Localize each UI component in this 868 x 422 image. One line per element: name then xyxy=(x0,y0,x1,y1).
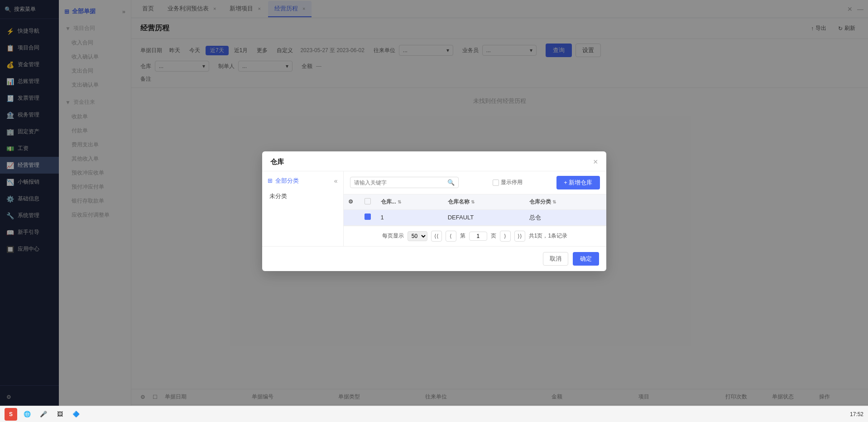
dialog-left-panel: ⊞ 全部分类 « 未分类 xyxy=(262,171,344,246)
taskbar-right: 17:52 xyxy=(850,411,863,417)
dialog-pagination: 每页显示 50 ⟨⟨ ⟨ 第 页 ⟩ ⟩⟩ 共1页，1条记录 xyxy=(344,226,606,246)
row-code: DEFAULT xyxy=(443,209,525,225)
dialog-toolbar: 🔍 显示停用 + 新增仓库 xyxy=(344,171,606,194)
row-settings xyxy=(344,209,360,225)
cancel-button[interactable]: 取消 xyxy=(543,252,568,266)
dialog-search-input[interactable] xyxy=(354,179,445,186)
dialog-left-scroll: 未分类 xyxy=(262,189,343,241)
pagination-last-btn[interactable]: ⟩⟩ xyxy=(514,231,525,242)
taskbar-time: 17:52 xyxy=(850,411,863,417)
sort-icon-category: ⇅ xyxy=(552,199,556,204)
row-checkbox-input[interactable] xyxy=(364,213,371,220)
th-settings: ⚙ xyxy=(344,194,360,210)
taskbar-icon-1[interactable]: 🌐 xyxy=(21,408,34,421)
pagination-prev-btn[interactable]: ⟨ xyxy=(446,231,456,242)
taskbar: S 🌐 🎤 🖼 🔷 17:52 xyxy=(0,406,868,422)
taskbar-icon-4[interactable]: 🔷 xyxy=(70,408,82,421)
pagination-page-input[interactable] xyxy=(469,232,487,241)
dialog-right-panel: 🔍 显示停用 + 新增仓库 ⚙ xyxy=(344,171,606,246)
dialog-body: ⊞ 全部分类 « 未分类 🔍 xyxy=(262,171,606,246)
th-category[interactable]: 仓库分类 ⇅ xyxy=(525,194,606,210)
dialog-all-categories[interactable]: 全部分类 xyxy=(275,177,299,185)
dialog-table: ⚙ 仓库... ⇅ 仓库名称 xyxy=(344,194,606,226)
row-checkbox xyxy=(360,209,376,225)
row-id: 1 xyxy=(376,209,443,225)
th-code[interactable]: 仓库... ⇅ xyxy=(376,194,443,210)
pagination-per-page-label: 每页显示 xyxy=(382,232,404,240)
dialog-left-toggle[interactable]: « xyxy=(334,177,338,184)
sort-icon-name: ⇅ xyxy=(471,199,475,204)
taskbar-app-icon[interactable]: S xyxy=(5,408,17,421)
th-name[interactable]: 仓库名称 ⇅ xyxy=(443,194,525,210)
dialog-category-unclassified[interactable]: 未分类 xyxy=(262,189,343,204)
pagination-per-page-select[interactable]: 50 xyxy=(408,231,427,241)
pagination-jump-label: 第 xyxy=(460,232,465,240)
table-row[interactable]: 1 DEFAULT 总仓 xyxy=(344,209,606,225)
dialog-title: 仓库 xyxy=(270,158,284,166)
confirm-button[interactable]: 确定 xyxy=(573,252,599,266)
taskbar-icon-2[interactable]: 🎤 xyxy=(37,408,50,421)
dialog-left-header: ⊞ 全部分类 « xyxy=(262,177,343,189)
dialog-table-scroll: ⚙ 仓库... ⇅ 仓库名称 xyxy=(344,194,606,226)
dialog-search-icon: 🔍 xyxy=(447,179,455,186)
pagination-total: 共1页，1条记录 xyxy=(529,232,567,240)
dialog-close-button[interactable]: × xyxy=(593,158,598,166)
dialog-footer: 取消 确定 xyxy=(262,246,606,271)
pagination-next-btn[interactable]: ⟩ xyxy=(500,231,511,242)
dialog-header: 仓库 × xyxy=(262,151,606,171)
show-disabled-checkbox[interactable] xyxy=(493,179,499,186)
pagination-page-label: 页 xyxy=(491,232,496,240)
sort-icon-code: ⇅ xyxy=(398,199,401,204)
modal-overlay: 仓库 × ⊞ 全部分类 « 未分类 xyxy=(0,0,868,422)
hash-icon: ⊞ xyxy=(268,177,273,184)
taskbar-left: S 🌐 🎤 🖼 🔷 xyxy=(5,408,82,421)
show-disabled-group: 显示停用 xyxy=(493,179,523,186)
pagination-first-btn[interactable]: ⟨⟨ xyxy=(431,231,442,242)
header-checkbox[interactable] xyxy=(364,198,371,204)
gear-icon: ⚙ xyxy=(348,199,353,205)
warehouse-dialog: 仓库 × ⊞ 全部分类 « 未分类 xyxy=(262,151,606,271)
add-warehouse-button[interactable]: + 新增仓库 xyxy=(556,176,599,189)
th-checkbox xyxy=(360,194,376,210)
show-disabled-label: 显示停用 xyxy=(501,179,523,186)
taskbar-icon-3[interactable]: 🖼 xyxy=(53,408,66,421)
row-name: 总仓 xyxy=(525,209,606,225)
dialog-search-box[interactable]: 🔍 xyxy=(350,177,459,188)
